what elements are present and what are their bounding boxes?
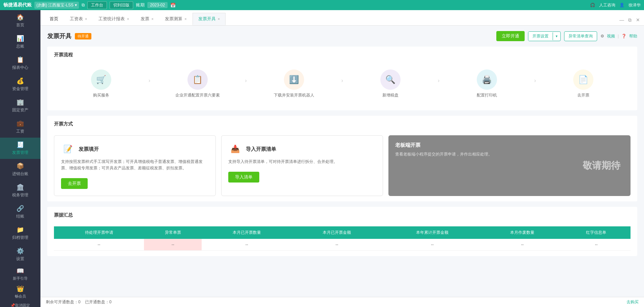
sidebar-item-salary-label: 工资 [16, 129, 24, 134]
company-name: (勿删) 江西服宝-LSS [36, 2, 74, 8]
sidebar-bottom: 📖 新手引导 👑 畅会员 📌取消固定 [0, 265, 40, 307]
method-manual-title: 发票填开 [79, 146, 99, 152]
sidebar-item-assets[interactable]: 🏢 固定资产 [0, 95, 40, 116]
workflow-section-title: 开票流程 [54, 52, 631, 61]
tab-salary-close[interactable]: × [85, 17, 87, 21]
tab-invoice-calc[interactable]: 发票测算 × [159, 13, 192, 25]
open-settings-split-button: 开票设置 ▾ [528, 31, 561, 41]
tab-invoice-calc-close[interactable]: × [184, 17, 186, 21]
tab-invoice-issue-label: 发票开具 [198, 16, 216, 22]
sidebar-item-settings-label: 设置 [16, 256, 24, 262]
close-window-icon[interactable]: ✕ [635, 17, 641, 23]
col-month-count: 本月已开票数量 [202, 226, 292, 239]
video-label[interactable]: 视频 [607, 33, 615, 39]
sidebar-item-settings[interactable]: ⚙️ 设置 [0, 244, 40, 265]
user-name[interactable]: 徐泽华 [628, 2, 641, 8]
sidebar-item-guide-label: 新手引导 [13, 276, 28, 281]
step-buy-service-label: 购买服务 [93, 92, 109, 98]
cell-red-note: -- [562, 239, 631, 251]
bottom-info: 剩余可开通数盘：0 已开通数盘：0 [46, 299, 112, 305]
tab-invoice-issue[interactable]: 发票开具 × [193, 13, 226, 25]
buy-link[interactable]: 去购买 [626, 299, 639, 305]
sidebar-item-ledger[interactable]: 📊 总账 [0, 31, 40, 53]
salary-icon: 💼 [17, 120, 24, 127]
invoice-methods: 📝 发票填开 支持按照发票样式手工填写开发票；可开具增值税电子普通发票、增值税普… [54, 135, 631, 196]
tab-invoice[interactable]: 发票 × [135, 13, 159, 25]
calendar-icon[interactable]: 📅 [170, 3, 176, 8]
sidebar-item-pin[interactable]: 📌取消固定 [0, 301, 40, 307]
sidebar-item-close[interactable]: 🔗 结账 [0, 201, 40, 223]
help-label[interactable]: 帮助 [629, 33, 637, 39]
summary-table-data-row: -- -- -- -- -- -- -- [54, 239, 631, 251]
page-title-row: 发票开具 待开通 [47, 32, 91, 40]
ledger-icon: 📊 [17, 35, 24, 42]
summary-table: 待处理开票申请 异常单票 本月已开票数量 本月已开票金额 本年累计开票金额 本月… [54, 226, 631, 251]
sidebar-item-funds[interactable]: 💰 资金管理 [0, 74, 40, 95]
sidebar-item-archive[interactable]: 📁 归档管理 [0, 223, 40, 244]
sidebar-item-home[interactable]: 🏠 首页 [0, 10, 40, 31]
abnormal-query-button[interactable]: 异常清单查询 [564, 31, 597, 41]
col-month-amount: 本月已开票金额 [292, 226, 382, 239]
sidebar-item-funds-label: 资金管理 [12, 86, 28, 92]
sidebar-item-guide[interactable]: 📖 新手引导 [0, 265, 40, 283]
tab-salary-report[interactable]: 工资统计报表 × [93, 13, 135, 25]
method-manual-button[interactable]: 去开票 [61, 178, 88, 189]
funds-icon: 💰 [17, 77, 24, 85]
sidebar: 🏠 首页 📊 总账 📋 报表中心 💰 资金管理 🏢 固定资产 💼 工资 🧾 发票… [0, 10, 40, 307]
invoice-method-title: 开票方式 [54, 121, 631, 130]
method-old-desc: 查看老板端小程序提交的开票申请，并作出相应处理。 [395, 151, 624, 158]
tab-home[interactable]: 首页 [44, 13, 64, 25]
status-badge: 待开通 [75, 33, 91, 39]
copy-icon[interactable]: ⧉ [82, 2, 85, 8]
tab-salary-report-label: 工资统计报表 [98, 16, 125, 22]
tab-invoice-close[interactable]: × [151, 17, 153, 21]
archive-icon: 📁 [17, 226, 24, 233]
workstation-button[interactable]: 工作台 [87, 1, 107, 9]
sidebar-item-reports[interactable]: 📋 报表中心 [0, 53, 40, 74]
open-settings-arrow[interactable]: ▾ [553, 32, 560, 40]
sidebar-item-salary[interactable]: 💼 工资 [0, 116, 40, 138]
top-bar-left: 畅捷通易代账 (勿删) 江西服宝-LSS ▾ ⧉ 工作台 切到旧版 账期 202… [3, 1, 176, 9]
method-import-button[interactable]: 导入清单 [228, 172, 259, 183]
sidebar-item-purchase[interactable]: 📦 进销台账 [0, 159, 40, 180]
tax-icon: 🏛️ [17, 184, 24, 191]
cell-year-amount: -- [382, 239, 483, 251]
company-selector[interactable]: (勿删) 江西服宝-LSS ▾ [34, 2, 79, 9]
user-avatar: 👤 [619, 3, 624, 7]
tab-invoice-issue-close[interactable]: × [218, 17, 220, 21]
step-issue-label: 去开票 [577, 92, 589, 98]
method-card-import: 📥 导入开票清单 支持导入待开票清单，可对待开票清单进行拆分、合并处理。 导入清… [221, 135, 383, 196]
step-download-icon: ⬇️ [284, 69, 304, 90]
step-issue-icon: 📄 [573, 69, 593, 90]
method-card-manual-header: 📝 发票填开 [61, 142, 209, 156]
workflow-section: 开票流程 🛒 购买服务 › 📋 企业开通配置开票六要素 › ⬇️ 下载并安装开票… [47, 47, 637, 110]
tab-invoice-calc-label: 发票测算 [165, 16, 182, 22]
restore-icon[interactable]: ⧉ [627, 17, 633, 23]
tab-invoice-label: 发票 [141, 16, 149, 22]
method-import-icon: 📥 [228, 142, 242, 156]
sidebar-item-vip[interactable]: 👑 畅会员 [0, 283, 40, 301]
sidebar-item-tax[interactable]: 🏛️ 税务管理 [0, 180, 40, 201]
switch-old-button[interactable]: 切到旧版 [110, 1, 133, 9]
sidebar-item-purchase-label: 进销台账 [12, 171, 28, 177]
cell-void-count: -- [483, 239, 562, 251]
tab-salary-report-close[interactable]: × [127, 17, 129, 21]
period-label: 账期 [136, 2, 145, 8]
tab-salary[interactable]: 工资表 × [64, 13, 93, 25]
guide-icon: 📖 [17, 267, 24, 275]
opened-label: 已开通数盘：0 [85, 300, 112, 304]
minimize-icon[interactable]: — [619, 17, 624, 23]
sidebar-item-invoice[interactable]: 🧾 发票管理 [0, 138, 40, 159]
method-import-title: 导入开票清单 [246, 146, 276, 152]
col-year-amount: 本年累计开票金额 [382, 226, 483, 239]
summary-table-header-row: 待处理开票申请 异常单票 本月已开票数量 本月已开票金额 本年累计开票金额 本月… [54, 226, 631, 239]
open-now-button[interactable]: 立即开通 [496, 31, 525, 41]
window-controls: — ⧉ ✕ [619, 17, 644, 25]
open-settings-button[interactable]: 开票设置 [528, 32, 553, 41]
top-bar: 畅捷通易代账 (勿删) 江西服宝-LSS ▾ ⧉ 工作台 切到旧版 账期 202… [0, 0, 644, 10]
period-value[interactable]: 2023-02 [147, 2, 168, 8]
tab-salary-label: 工资表 [70, 16, 83, 22]
main-layout: 🏠 首页 📊 总账 📋 报表中心 💰 资金管理 🏢 固定资产 💼 工资 🧾 发票… [0, 10, 644, 307]
support-label[interactable]: 人工咨询 [599, 2, 615, 8]
tab-bar: 首页 工资表 × 工资统计报表 × 发票 × 发票测算 × 发票开具 × [40, 10, 644, 26]
